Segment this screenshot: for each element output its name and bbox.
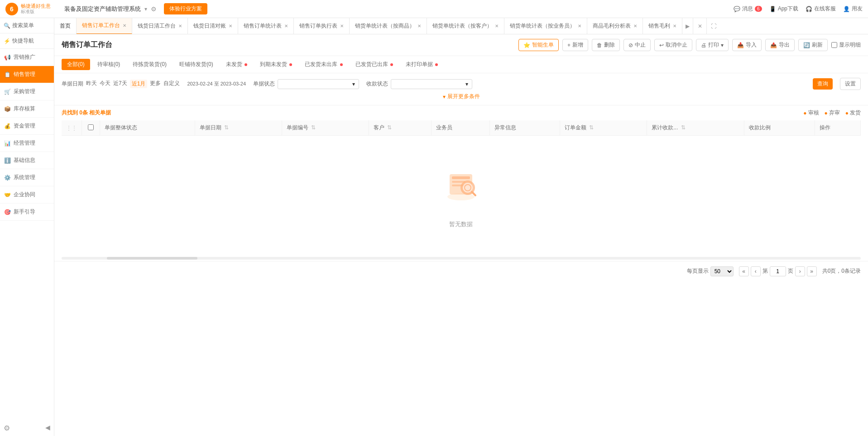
sidebar-collapse-icon[interactable]: ◀	[45, 424, 50, 432]
print-icon: 🖨	[701, 42, 706, 48]
page-number-input[interactable]	[770, 266, 786, 276]
industry-btn[interactable]: 体验行业方案	[164, 3, 207, 14]
tab-sales-workbench[interactable]: 销售订单工作台 ✕	[77, 18, 132, 34]
message-btn[interactable]: 💬 消息 6	[734, 5, 762, 13]
amount-col-header: 订单金额 ⇅	[560, 120, 647, 136]
tab-sales-stat[interactable]: 销售订单统计表 ✕	[238, 18, 294, 34]
tab-home[interactable]: 首页	[54, 18, 77, 34]
scroll-thumb[interactable]	[107, 257, 197, 260]
user-menu[interactable]: 👤 用友	[843, 5, 863, 13]
tab-sales-more[interactable]: 销售毛利 ✕	[643, 18, 682, 34]
expand-filter-btn[interactable]: ▾ 展开更多条件	[443, 93, 480, 100]
settings-btn[interactable]: 设置	[840, 78, 861, 90]
tab-sales-by-customer[interactable]: 销货单统计表（按客户） ✕	[427, 18, 504, 34]
select-all-checkbox[interactable]	[88, 124, 94, 130]
sub-tab-shipped-out[interactable]: 已发货已出库	[350, 59, 398, 70]
query-btn[interactable]: 查询	[813, 78, 833, 90]
result-count: 共找到 0条 相关单据	[62, 109, 111, 117]
sub-tab-not-printed[interactable]: 未打印单据	[400, 59, 443, 70]
online-service-btn[interactable]: 🎧 在线客服	[806, 5, 836, 13]
sidebar-settings-icon[interactable]: ⚙	[4, 424, 10, 432]
cancel-stop-btn[interactable]: ↩ 取消中止	[654, 39, 692, 51]
refresh-btn[interactable]: 🔄 刷新	[798, 39, 828, 51]
sub-tab-not-shipped[interactable]: 未发货	[221, 59, 253, 70]
smart-create-btn[interactable]: ⭐ 智能生单	[518, 39, 559, 51]
tab-close-icon[interactable]: ✕	[633, 24, 637, 28]
tab-scroll-right-btn[interactable]: ▶	[682, 18, 693, 34]
first-page-btn[interactable]: «	[739, 266, 749, 276]
star-icon: ⭐	[523, 42, 530, 48]
sidebar-quick[interactable]: ⚡ 快捷导航	[0, 33, 54, 49]
date-opt-1month[interactable]: 近1月	[130, 80, 148, 88]
status-select[interactable]: ▾	[278, 79, 359, 89]
scroll-track[interactable]	[62, 257, 861, 260]
tab-close-icon[interactable]: ✕	[229, 24, 232, 28]
settings-icon[interactable]: ⚙	[151, 5, 157, 13]
sub-tab-shipped-not-out[interactable]: 已发货未出库	[299, 59, 348, 70]
sidebar-item-base[interactable]: ℹ️ 基础信息	[0, 152, 54, 169]
prev-page-btn[interactable]: ‹	[751, 266, 761, 276]
dropdown-arrow-icon[interactable]: ▾	[144, 6, 147, 12]
app-download-btn[interactable]: 📱 App下载	[769, 5, 798, 13]
sidebar-item-system[interactable]: ⚙️ 系统管理	[0, 169, 54, 186]
import-btn[interactable]: 📥 导入	[732, 39, 762, 51]
headset-icon: 🎧	[806, 6, 812, 12]
sub-tab-overdue[interactable]: 到期未发货	[254, 59, 297, 70]
status-select-value	[282, 81, 283, 87]
audit-btn[interactable]: ● 审核	[803, 109, 819, 117]
tab-sales-by-product[interactable]: 销货单统计表（按商品） ✕	[350, 18, 427, 34]
sub-tab-inspect[interactable]: 待拣货装货(0)	[127, 59, 172, 70]
tab-close-icon[interactable]: ✕	[673, 24, 676, 28]
sub-tab-wangpu[interactable]: 旺铺待发货(0)	[174, 59, 219, 70]
empty-text: 暂无数据	[449, 220, 473, 228]
date-opt-yesterday[interactable]: 昨天	[86, 80, 97, 88]
sidebar-item-finance[interactable]: 💰 资金管理	[0, 118, 54, 135]
show-detail-checkbox[interactable]	[831, 42, 837, 48]
tab-expand-btn[interactable]: ⛶	[707, 18, 720, 34]
sub-tab-pending[interactable]: 待审核(0)	[92, 59, 126, 70]
sub-tab-all[interactable]: 全部(0)	[62, 59, 90, 70]
last-page-btn[interactable]: »	[807, 266, 817, 276]
payment-select[interactable]: ▾	[391, 79, 472, 89]
action-col-header: 操作	[815, 120, 860, 136]
box-icon: 📦	[4, 105, 11, 113]
tab-cash-reconcile[interactable]: 钱货日清对账 ✕	[188, 18, 238, 34]
sidebar-item-enterprise[interactable]: 🤝 企业协同	[0, 186, 54, 204]
sidebar-item-marketing[interactable]: 📢 营销推广	[0, 49, 54, 66]
date-opt-today[interactable]: 今天	[100, 80, 110, 88]
date-opt-7days[interactable]: 近7天	[113, 80, 127, 88]
tab-close-icon[interactable]: ✕	[578, 24, 581, 28]
tab-close-icon[interactable]: ✕	[340, 24, 344, 28]
tab-close-icon[interactable]: ✕	[495, 24, 499, 28]
tab-sales-exec[interactable]: 销售订单执行表 ✕	[294, 18, 350, 34]
cancel-audit-btn[interactable]: ● 弃审	[825, 109, 840, 117]
date-opt-custom[interactable]: 自定义	[163, 80, 180, 88]
tab-cash-daily[interactable]: 钱货日清工作台 ✕	[132, 18, 188, 34]
tab-close-icon[interactable]: ✕	[284, 24, 288, 28]
sidebar-item-sales[interactable]: 📋 销售管理	[0, 66, 54, 83]
tab-gross-profit[interactable]: 商品毛利分析表 ✕	[587, 18, 643, 34]
tab-close-all-btn[interactable]: ✕	[693, 18, 707, 34]
sidebar-item-purchase[interactable]: 🛒 采购管理	[0, 83, 54, 100]
export-icon: 📤	[770, 42, 777, 48]
next-page-btn[interactable]: ›	[795, 266, 805, 276]
sidebar-item-guide[interactable]: 🎯 新手引导	[0, 204, 54, 221]
tab-sales-by-staff[interactable]: 销货单统计表（按业务员） ✕	[504, 18, 587, 34]
date-opt-more[interactable]: 更多	[150, 80, 161, 88]
page-size-dropdown[interactable]: 50 10 20 100	[710, 266, 734, 276]
sidebar-item-inventory[interactable]: 📦 库存核算	[0, 100, 54, 118]
ship-btn[interactable]: ● 发货	[845, 109, 861, 117]
date-range-display: 2023-02-24 至 2023-03-24	[187, 81, 246, 87]
sidebar-search[interactable]: 🔍 搜索菜单	[0, 18, 54, 33]
stop-btn[interactable]: ⊘ 中止	[623, 39, 651, 51]
filter-row: 单据日期 昨天 今天 近7天 近1月 更多 自定义 2023-02-24 至 2…	[62, 78, 861, 90]
add-btn[interactable]: + 新增	[562, 39, 588, 51]
tab-close-icon[interactable]: ✕	[123, 23, 126, 28]
tab-close-icon[interactable]: ✕	[417, 24, 421, 28]
page-inner: 销售订单工作台 ⭐ 智能生单 + 新增 🗑 删除	[54, 34, 868, 436]
print-btn[interactable]: 🖨 打印 ▾	[696, 39, 729, 51]
delete-btn[interactable]: 🗑 删除	[592, 39, 620, 51]
sidebar-item-operation[interactable]: 📊 经营管理	[0, 135, 54, 152]
export-btn[interactable]: 📤 导出	[765, 39, 795, 51]
tab-close-icon[interactable]: ✕	[178, 24, 182, 28]
